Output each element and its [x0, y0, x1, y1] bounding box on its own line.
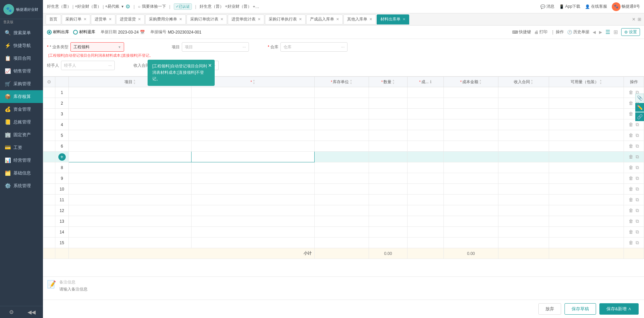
calendar-icon[interactable]: 📅	[140, 30, 145, 35]
row-4-quantity[interactable]	[369, 119, 407, 130]
row-9-available[interactable]	[549, 173, 624, 184]
row-9-income-contract[interactable]	[498, 173, 549, 184]
project-more-icon[interactable]: ···	[243, 45, 246, 49]
row-12-quantity[interactable]	[369, 205, 407, 216]
sidebar-item-sales[interactable]: 📈销售管理	[0, 65, 43, 77]
tab-purchase-order-close[interactable]: ✕	[84, 17, 87, 21]
row-6-material[interactable]	[192, 141, 314, 152]
row-14-income-contract[interactable]	[498, 227, 549, 237]
topbar-product-2[interactable]: +好业财（普）	[225, 4, 252, 9]
row-copy-btn-14[interactable]: ⧉	[635, 228, 640, 235]
row-6-cost[interactable]	[407, 141, 444, 152]
tab-close-all-icon[interactable]: ✕	[632, 17, 636, 22]
row-13-income-contract[interactable]	[498, 216, 549, 227]
row-7-project-input[interactable]	[71, 154, 189, 159]
row-11-project[interactable]	[69, 195, 192, 205]
th-settings[interactable]: ⚙	[43, 77, 55, 87]
row-8-income-contract[interactable]	[498, 162, 549, 173]
row-8-available[interactable]	[549, 162, 624, 173]
tooltip-close-btn[interactable]: ✕	[208, 62, 212, 69]
row-2-material[interactable]	[192, 98, 314, 109]
row-1-income-contract[interactable]	[498, 87, 549, 98]
row-2-cost-amount[interactable]	[444, 98, 498, 109]
row-1-cost-amount[interactable]	[444, 87, 498, 98]
row-11-cost-amount[interactable]	[444, 195, 498, 205]
row-delete-btn-8[interactable]: 🗑	[628, 164, 634, 171]
row-3-available[interactable]	[549, 109, 624, 119]
nav-prev-icon[interactable]: ◀	[593, 30, 596, 35]
row-1-quantity[interactable]	[369, 87, 407, 98]
row-5-material[interactable]	[192, 130, 314, 141]
row-3-income-contract[interactable]	[498, 109, 549, 119]
row-13-unit[interactable]	[314, 216, 369, 227]
row-2-cost[interactable]	[407, 98, 444, 109]
row-delete-btn-4[interactable]: 🗑	[628, 121, 634, 128]
row-12-project[interactable]	[69, 205, 192, 216]
row-1-cost[interactable]	[407, 87, 444, 98]
handler-more-icon[interactable]: ···	[108, 63, 112, 68]
row-4-material[interactable]	[192, 119, 314, 130]
tab-order-exec[interactable]: 采购订单执行表 ✕	[265, 14, 306, 24]
row-11-cost[interactable]	[407, 195, 444, 205]
row-8-cost-amount[interactable]	[444, 162, 498, 173]
sidebar-item-capital[interactable]: 💰资金管理	[0, 103, 43, 116]
row-12-cost[interactable]	[407, 205, 444, 216]
row-delete-btn-3[interactable]: 🗑	[628, 110, 634, 117]
row-7-income-contract[interactable]	[498, 152, 549, 162]
tab-product-in-close[interactable]: ✕	[336, 17, 339, 21]
row-13-cost-amount[interactable]	[444, 216, 498, 227]
tab-grid-icon[interactable]: ⊞	[638, 17, 641, 22]
topbar-link-2[interactable]: +易代账	[105, 4, 119, 9]
collapse-btn[interactable]: ◀◀	[23, 309, 40, 315]
row-13-project[interactable]	[69, 216, 192, 227]
row-9-cost[interactable]	[407, 173, 444, 184]
row-13-cost[interactable]	[407, 216, 444, 227]
row-copy-btn-8[interactable]: ⧉	[635, 164, 640, 171]
sidebar-item-system[interactable]: ⚙️系统管理	[0, 179, 43, 192]
topbar-product-more[interactable]: +…	[253, 4, 259, 9]
row-7-quantity[interactable]	[369, 152, 407, 162]
row-6-available[interactable]	[549, 141, 624, 152]
topbar-app-download[interactable]: 📱 App下载	[559, 4, 580, 9]
row-11-material[interactable]	[192, 195, 314, 205]
row-3-cost[interactable]	[407, 109, 444, 119]
row-3-unit[interactable]	[314, 109, 369, 119]
row-6-project[interactable]	[69, 141, 192, 152]
row-delete-btn-14[interactable]: 🗑	[628, 228, 634, 235]
row-15-cost[interactable]	[407, 237, 444, 248]
sidebar-item-inventory[interactable]: 📦库存核算	[0, 90, 43, 103]
row-delete-btn-13[interactable]: 🗑	[628, 218, 634, 224]
row-6-unit[interactable]	[314, 141, 369, 152]
add-row-btn[interactable]: +	[58, 153, 66, 161]
row-7-unit[interactable]	[314, 152, 369, 162]
row-delete-btn-1[interactable]: 🗑	[628, 89, 634, 96]
row-6-cost-amount[interactable]	[444, 141, 498, 152]
tab-product-in[interactable]: 产成品入库单 ✕	[306, 14, 343, 24]
row-1-unit[interactable]	[314, 87, 369, 98]
row-7-project[interactable]	[69, 152, 192, 162]
tab-goods-receipt[interactable]: 进货单 ✕	[91, 14, 115, 24]
topbar-dropdown[interactable]: ▼	[121, 5, 124, 8]
tab-purchase-fee-close[interactable]: ✕	[179, 17, 182, 21]
right-float-btn-1[interactable]: ✏️	[635, 103, 644, 112]
row-copy-btn-5[interactable]: ⧉	[635, 132, 640, 139]
row-2-income-contract[interactable]	[498, 98, 549, 109]
row-copy-btn-15[interactable]: ⧉	[635, 239, 640, 246]
shortcut-btn[interactable]: ⌨ 快捷键	[512, 29, 531, 35]
row-5-project[interactable]	[69, 130, 192, 141]
row-9-material[interactable]	[192, 173, 314, 184]
row-copy-btn-7[interactable]: ⧉	[635, 153, 640, 160]
row-15-project[interactable]	[69, 237, 192, 248]
sidebar-item-project[interactable]: 📋项目合同	[0, 52, 43, 65]
row-15-cost-amount[interactable]	[444, 237, 498, 248]
row-copy-btn-13[interactable]: ⧉	[635, 218, 640, 225]
sidebar-item-base[interactable]: 🗂️基础信息	[0, 167, 43, 179]
topbar-gear-icon[interactable]: ⚙	[125, 3, 130, 10]
row-1-available[interactable]	[549, 87, 624, 98]
row-8-quantity[interactable]	[369, 162, 407, 173]
row-2-quantity[interactable]	[369, 98, 407, 109]
topbar-message[interactable]: 💬 消息	[540, 4, 554, 9]
print-btn[interactable]: 🖨 打印	[534, 29, 547, 35]
row-9-quantity[interactable]	[369, 173, 407, 184]
sidebar-item-search[interactable]: 🔍搜索菜单	[0, 26, 43, 39]
